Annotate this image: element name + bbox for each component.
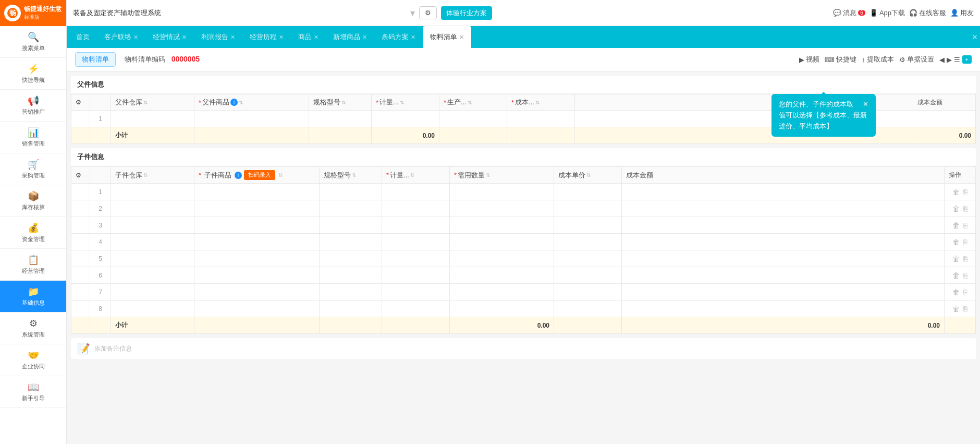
- child-row-2-product[interactable]: [194, 200, 320, 217]
- close-all-tabs-btn[interactable]: ✕: [972, 33, 978, 41]
- child-row-2-warehouse[interactable]: [111, 200, 194, 217]
- sort-icon-5[interactable]: ⇅: [468, 100, 472, 105]
- dropdown-icon[interactable]: ▾: [410, 7, 415, 19]
- child-row-7-qty[interactable]: [382, 284, 450, 301]
- shortcut-btn[interactable]: ⌨ 快捷键: [825, 55, 856, 64]
- parent-row-1-cost[interactable]: [507, 111, 575, 127]
- delete-icon-6[interactable]: 🗑: [952, 271, 960, 280]
- child-row-2-spec[interactable]: [320, 200, 382, 217]
- delete-icon-8[interactable]: 🗑: [952, 305, 960, 313]
- sidebar-item-marketing[interactable]: 📢营销推广: [0, 90, 66, 122]
- child-row-3-product[interactable]: [194, 217, 320, 234]
- parent-row-1-produce[interactable]: [439, 111, 507, 127]
- child-row-5-spec[interactable]: [320, 250, 382, 267]
- copy-icon-2[interactable]: ⎘: [963, 205, 967, 213]
- child-row-8-warehouse[interactable]: [111, 301, 194, 317]
- settings-btn[interactable]: ⚙: [419, 6, 437, 19]
- parent-row-1-warehouse[interactable]: [111, 111, 194, 127]
- tab-material-list[interactable]: 物料清单: [75, 52, 116, 67]
- child-col-settings[interactable]: ⚙: [71, 167, 90, 184]
- nav-tab-1[interactable]: 客户联络✕: [97, 26, 145, 48]
- sidebar-item-sales[interactable]: 📊销售管理: [0, 122, 66, 153]
- child-row-4-spec[interactable]: [320, 234, 382, 250]
- nav-tab-5[interactable]: 商品✕: [291, 26, 326, 48]
- sidebar-item-operations[interactable]: 📋经营管理: [0, 249, 66, 281]
- child-sort-5[interactable]: ⇅: [486, 172, 490, 178]
- child-row-3-spec[interactable]: [320, 217, 382, 234]
- child-row-5-qty[interactable]: [382, 250, 450, 267]
- sort-icon[interactable]: ⇅: [143, 100, 148, 105]
- child-row-5-unit-cost[interactable]: [554, 250, 622, 267]
- child-row-7-warehouse[interactable]: [111, 284, 194, 301]
- copy-icon-7[interactable]: ⎘: [963, 288, 967, 296]
- delete-icon-4[interactable]: 🗑: [952, 238, 960, 246]
- child-row-4-need-qty[interactable]: [450, 234, 554, 250]
- child-row-6-warehouse[interactable]: [111, 267, 194, 284]
- nav-tab-close-2[interactable]: ✕: [182, 34, 187, 41]
- scan-btn[interactable]: 扫码录入: [244, 170, 275, 180]
- child-row-7-spec[interactable]: [320, 284, 382, 301]
- next-btn[interactable]: ▶: [947, 56, 952, 64]
- child-row-4-unit-cost[interactable]: [554, 234, 622, 250]
- nav-tab-4[interactable]: 经营历程✕: [242, 26, 291, 48]
- child-row-5-warehouse[interactable]: [111, 250, 194, 267]
- child-row-3-warehouse[interactable]: [111, 217, 194, 234]
- copy-icon-8[interactable]: ⎘: [963, 305, 967, 313]
- child-row-6-qty[interactable]: [382, 267, 450, 284]
- sidebar-item-guide[interactable]: 📖新手引导: [0, 376, 66, 408]
- copy-icon-3[interactable]: ⎘: [963, 221, 967, 230]
- nav-tab-close-3[interactable]: ✕: [230, 34, 235, 41]
- child-row-6-unit-cost[interactable]: [554, 267, 622, 284]
- child-sort-1[interactable]: ⇅: [143, 172, 148, 178]
- nav-tab-3[interactable]: 利润报告✕: [194, 26, 242, 48]
- child-row-2-qty[interactable]: [382, 200, 450, 217]
- child-row-6-need-qty[interactable]: [450, 267, 554, 284]
- child-sort-4[interactable]: ⇅: [410, 172, 414, 178]
- child-row-8-spec[interactable]: [320, 301, 382, 317]
- nav-tab-8[interactable]: 物料清单✕: [423, 26, 471, 48]
- child-sort-3[interactable]: ⇅: [352, 172, 356, 178]
- child-row-8-need-qty[interactable]: [450, 301, 554, 317]
- child-row-4-product[interactable]: [194, 234, 320, 250]
- sort-icon-4[interactable]: ⇅: [400, 100, 404, 105]
- child-row-8-unit-cost[interactable]: [554, 301, 622, 317]
- nav-tab-2[interactable]: 经营情况✕: [145, 26, 194, 48]
- nav-tab-close-1[interactable]: ✕: [133, 34, 138, 41]
- nav-tab-close-7[interactable]: ✕: [411, 34, 415, 41]
- delete-icon-5[interactable]: 🗑: [952, 255, 960, 263]
- child-row-1-qty[interactable]: [382, 184, 450, 200]
- sidebar-item-system[interactable]: ⚙系统管理: [0, 313, 66, 344]
- copy-icon-5[interactable]: ⎘: [963, 255, 967, 263]
- child-row-1-warehouse[interactable]: [111, 184, 194, 200]
- child-row-4-warehouse[interactable]: [111, 234, 194, 250]
- nav-tab-7[interactable]: 条码方案✕: [374, 26, 423, 48]
- online-service-btn[interactable]: 🎧 在线客服: [909, 8, 946, 18]
- sidebar-item-enterprise[interactable]: 🤝企业协同: [0, 344, 66, 376]
- menu-btn[interactable]: ☰: [954, 56, 960, 64]
- child-row-8-qty[interactable]: [382, 301, 450, 317]
- child-row-5-product[interactable]: [194, 250, 320, 267]
- copy-icon-6[interactable]: ⎘: [963, 271, 967, 280]
- delete-icon-2[interactable]: 🗑: [952, 205, 960, 213]
- parent-row-1-qty[interactable]: [372, 111, 439, 127]
- delete-icon-7[interactable]: 🗑: [952, 288, 960, 296]
- parent-row-1-spec[interactable]: [309, 111, 372, 127]
- child-row-3-unit-cost[interactable]: [554, 217, 622, 234]
- sidebar-item-basic-info[interactable]: 📁基础信息: [0, 281, 66, 313]
- tab-material-code[interactable]: 物料清单编码 0000005: [118, 52, 206, 67]
- nav-tab-close-6[interactable]: ✕: [362, 34, 367, 41]
- nav-tab-6[interactable]: 新增商品✕: [326, 26, 374, 48]
- user-btn[interactable]: 👤 用友: [950, 8, 974, 18]
- child-row-3-qty[interactable]: [382, 217, 450, 234]
- video-btn[interactable]: ▶ 视频: [799, 55, 819, 64]
- sidebar-item-quick-nav[interactable]: ⚡快捷导航: [0, 58, 66, 90]
- sort-icon-6[interactable]: ⇅: [535, 100, 540, 105]
- trial-btn[interactable]: 体验行业方案: [441, 6, 492, 20]
- copy-icon-1[interactable]: ⎘: [963, 188, 967, 196]
- prev-btn[interactable]: ◀: [939, 56, 945, 64]
- sidebar-item-finance[interactable]: 💰资金管理: [0, 217, 66, 249]
- delete-icon-1[interactable]: 🗑: [952, 188, 960, 196]
- child-row-6-spec[interactable]: [320, 267, 382, 284]
- sidebar-item-purchase[interactable]: 🛒采购管理: [0, 153, 66, 185]
- nav-tab-0[interactable]: 首页: [69, 26, 97, 48]
